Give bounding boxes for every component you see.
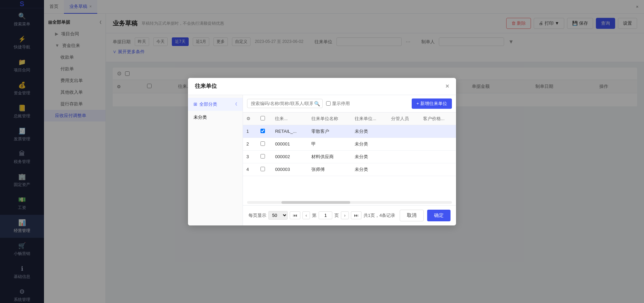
row-num: 1 bbox=[243, 125, 257, 138]
confirm-button[interactable]: 确定 bbox=[427, 210, 451, 221]
table-row[interactable]: 3 000002 材料供应商 未分类 bbox=[243, 150, 456, 163]
page-number-input[interactable] bbox=[319, 211, 332, 219]
row-code: RETAIL_... bbox=[271, 125, 308, 138]
row-manager bbox=[388, 163, 419, 176]
modal-partners-table: ⚙ 往来... 往来单位名称 往来单位... 分管人员 客户价格... bbox=[243, 113, 456, 176]
scrollbar-thumb[interactable] bbox=[281, 201, 350, 204]
show-disabled-text: 显示停用 bbox=[332, 101, 350, 107]
cancel-button[interactable]: 取消 bbox=[400, 210, 424, 221]
row-price-level bbox=[420, 138, 456, 150]
prev-page-button[interactable]: ‹ bbox=[302, 211, 310, 219]
modal-category-all-label: 全部分类 bbox=[199, 101, 217, 107]
modal-header: 往来单位 × bbox=[188, 78, 456, 95]
modal-col-settings: ⚙ bbox=[243, 113, 257, 125]
modal-table-scroll[interactable]: ⚙ 往来... 往来单位名称 往来单位... 分管人员 客户价格... bbox=[243, 113, 456, 200]
row-name: 张师傅 bbox=[308, 163, 351, 176]
per-page-label: 每页显示 bbox=[248, 212, 266, 219]
modal-title: 往来单位 bbox=[195, 83, 217, 90]
per-page-select[interactable]: 50 100 bbox=[268, 211, 288, 220]
collapse-arrow-icon[interactable]: 《 bbox=[233, 102, 237, 107]
row-category: 未分类 bbox=[351, 138, 388, 150]
table-row[interactable]: 4 000003 张师傅 未分类 bbox=[243, 163, 456, 176]
row-num: 2 bbox=[243, 138, 257, 150]
modal-actions: 取消 确定 bbox=[400, 210, 451, 221]
total-records: 共1页，4条记录 bbox=[364, 212, 395, 219]
grid-icon: ⊞ bbox=[193, 102, 197, 107]
row-code: 000001 bbox=[271, 138, 308, 150]
modal-col-price[interactable]: 客户价格... bbox=[420, 113, 456, 125]
modal-overlay: 往来单位 × ⊞ 全部分类 《 未分类 bbox=[0, 0, 644, 303]
modal-col-checkbox bbox=[257, 113, 271, 125]
search-wrap: 🔍 bbox=[247, 99, 323, 108]
modal-body: ⊞ 全部分类 《 未分类 🔍 显示停用 bbox=[188, 95, 456, 225]
row-checkbox bbox=[257, 138, 271, 150]
table-row[interactable]: 1 RETAIL_... 零散客户 未分类 bbox=[243, 125, 456, 138]
modal-col-code[interactable]: 往来... bbox=[271, 113, 308, 125]
row-category: 未分类 bbox=[351, 125, 388, 138]
row-manager bbox=[388, 150, 419, 163]
show-disabled-label[interactable]: 显示停用 bbox=[326, 101, 350, 107]
search-icon: 🔍 bbox=[314, 101, 320, 106]
row-num: 3 bbox=[243, 150, 257, 163]
row-checkbox bbox=[257, 150, 271, 163]
page-suffix: 页 bbox=[334, 212, 339, 219]
row-num: 4 bbox=[243, 163, 257, 176]
modal-main: 🔍 显示停用 + 新增往来单位 ⚙ bbox=[243, 95, 456, 225]
show-disabled-checkbox[interactable] bbox=[326, 101, 331, 106]
first-page-button[interactable]: ⏮ bbox=[290, 211, 300, 219]
row-checkbox bbox=[257, 125, 271, 138]
modal-col-type[interactable]: 往来单位... bbox=[351, 113, 388, 125]
page-label: 第 bbox=[312, 212, 317, 219]
last-page-button[interactable]: ⏭ bbox=[351, 211, 362, 219]
pagination: 每页显示 50 100 ⏮ ‹ 第 页 › ⏭ 共1页，4条记录 bbox=[248, 211, 395, 220]
horizontal-scrollbar[interactable] bbox=[247, 201, 452, 204]
row-manager bbox=[388, 138, 419, 150]
row-code: 000002 bbox=[271, 150, 308, 163]
modal-category-unclassified-label: 未分类 bbox=[193, 114, 207, 120]
row-price-level bbox=[420, 125, 456, 138]
partner-search-input[interactable] bbox=[247, 99, 323, 108]
row-category: 未分类 bbox=[351, 150, 388, 163]
modal-close-button[interactable]: × bbox=[445, 83, 449, 90]
table-row[interactable]: 2 000001 甲 未分类 bbox=[243, 138, 456, 150]
next-page-button[interactable]: › bbox=[341, 211, 348, 219]
modal-category-sidebar: ⊞ 全部分类 《 未分类 bbox=[188, 95, 243, 225]
row-code: 000003 bbox=[271, 163, 308, 176]
row-checkbox bbox=[257, 163, 271, 176]
modal-category-unclassified[interactable]: 未分类 bbox=[188, 111, 243, 124]
row-price-level bbox=[420, 163, 456, 176]
modal-category-all[interactable]: ⊞ 全部分类 《 bbox=[188, 98, 243, 111]
row-name: 甲 bbox=[308, 138, 351, 150]
partner-modal: 往来单位 × ⊞ 全部分类 《 未分类 bbox=[188, 78, 456, 225]
row-name: 材料供应商 bbox=[308, 150, 351, 163]
row-name: 零散客户 bbox=[308, 125, 351, 138]
modal-toolbar: 🔍 显示停用 + 新增往来单位 bbox=[243, 95, 456, 113]
row-price-level bbox=[420, 150, 456, 163]
modal-footer: 每页显示 50 100 ⏮ ‹ 第 页 › ⏭ 共1页，4条记录 bbox=[243, 205, 456, 225]
modal-col-manager[interactable]: 分管人员 bbox=[388, 113, 419, 125]
modal-col-name[interactable]: 往来单位名称 bbox=[308, 113, 351, 125]
add-partner-button[interactable]: + 新增往来单位 bbox=[412, 98, 452, 109]
row-category: 未分类 bbox=[351, 163, 388, 176]
row-manager bbox=[388, 125, 419, 138]
